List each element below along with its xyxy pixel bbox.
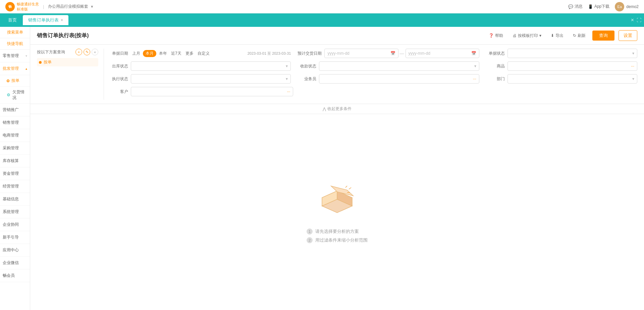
sidebar-search[interactable]: 搜索菜单 [0,27,30,38]
salesman-input[interactable]: ··· [319,74,479,84]
collapse-bar[interactable]: ⋀ 收起更多条件 [30,104,644,114]
scheme-add-icon[interactable]: + [75,49,82,55]
delivery-select[interactable]: ▾ [131,61,291,71]
sidebar-item-apps[interactable]: 应用中心 [0,244,30,257]
date-tab-custom[interactable]: 自定义 [196,50,211,57]
collection-select[interactable]: ▾ [319,61,479,71]
sidebar-quick-nav[interactable]: 快捷导航 [0,38,30,50]
department-dropdown-icon: ▾ [632,76,634,81]
window-expand-icon[interactable]: ⛶ [637,17,641,23]
tab-window-actions: × ⛶ [631,17,641,23]
sidebar-item-finance[interactable]: 资金管理 [0,167,30,180]
calendar-icon-end: 📅 [471,51,476,56]
goods-input[interactable]: ··· [507,61,637,71]
customer-more-icon[interactable]: ··· [287,89,290,94]
step-num-2: 2 [307,237,313,243]
refresh-button[interactable]: ↻ 刷新 [570,32,588,40]
execution-select[interactable]: ▾ [131,74,291,84]
sidebar-item-inventory[interactable]: 库存核算 [0,155,30,167]
sidebar-item-system[interactable]: 系统管理 [0,206,30,218]
collection-dropdown-icon: ▾ [474,64,476,68]
main-layout: 搜索菜单 快捷导航 零售管理 ▾ 批发管理 ▴ 按单 ⚙ 欠货情况 营销推广 销… [0,27,644,310]
sidebar-item-wholesale[interactable]: 批发管理 ▴ [0,62,30,75]
tab-home[interactable]: 首页 [3,15,22,25]
message-action[interactable]: 💬 消息 [568,4,583,9]
user-area[interactable]: Ea demo2 [615,2,639,11]
filter-area: 按以下方案查询 + ✎ « 按单 [30,45,644,104]
scheme-icons: + ✎ « [75,49,98,55]
status-select[interactable]: ▾ [507,49,637,58]
chevron-right-icon: ▾ [25,54,27,58]
export-icon: ⬇ [551,33,554,38]
tab-sales-order[interactable]: 销售订单执行表 × [23,15,68,25]
salesman-field-group: 业务员 ··· [298,74,479,84]
top-bar: 畅 畅捷通好生意 标准版 | 办公用品行业模拟账套 ▾ 💬 消息 📱 App下载… [0,0,644,13]
help-button[interactable]: ❓ 帮助 [486,32,506,40]
step-num-1: 1 [307,228,313,235]
filter-fields: 单据日期 上月 本月 本年 近7天 更多 自定义 2023-03-01 至 20… [104,49,637,100]
export-button[interactable]: ⬇ 导出 [548,32,566,40]
customer-input[interactable]: ··· [131,87,293,96]
department-label: 部门 [486,76,505,82]
date-tab-7days[interactable]: 近7天 [170,50,183,57]
scheme-item-按单[interactable]: 按单 [37,58,98,66]
setting-button[interactable]: 设置 [619,30,637,41]
sidebar-item-purchase[interactable]: 采购管理 [0,142,30,155]
scheme-edit-icon[interactable]: ✎ [84,49,90,55]
help-icon: ❓ [489,33,494,38]
window-close-icon[interactable]: × [631,17,634,23]
sidebar-item-basic[interactable]: 基础信息 [0,193,30,206]
tab-close-icon[interactable]: × [61,18,63,22]
sidebar-subitem-欠货[interactable]: ⚙ 欠货情况 [0,87,30,104]
sidebar-item-retail[interactable]: 零售管理 ▾ [0,50,30,62]
empty-step-2: 2 用过滤条件来缩小分析范围 [307,237,368,243]
scheme-title: 按以下方案查询 + ✎ « [37,49,98,55]
date-field-group: 单据日期 上月 本月 本年 近7天 更多 自定义 2023-03-01 至 20… [109,50,291,57]
forecast-date-end[interactable]: yyyy-mm-dd 📅 [406,49,479,58]
department-field-group: 部门 ▾ [486,74,637,84]
user-avatar: Ea [615,2,624,11]
date-tab-this-month[interactable]: 本月 [143,50,156,57]
filter-row-2: 出库状态 ▾ 收款状态 ▾ [109,61,637,71]
print-button[interactable]: 🖨 按模板打印 ▾ [510,32,544,40]
sidebar-subitem-按单[interactable]: 按单 [0,75,30,87]
date-tab-last-month[interactable]: 上月 [131,50,142,57]
forecast-date-range: yyyy-mm-dd 📅 — yyyy-mm-dd 📅 [324,49,479,58]
goods-field-group: 商品 ··· [486,61,637,71]
sidebar-item-operations[interactable]: 经营管理 [0,180,30,193]
sidebar-item-wechat[interactable]: 企业微信 [0,257,30,269]
app-download-icon: 📱 [588,4,593,9]
date-tab-this-year[interactable]: 本年 [158,50,168,57]
filter-row-4: 客户 ··· [109,87,637,96]
app-download-action[interactable]: 📱 App下载 [588,4,609,9]
execution-label: 执行状态 [109,76,128,82]
forecast-date-field-group: 预计交货日期 yyyy-mm-dd 📅 — yyyy-mm-dd 📅 [298,49,479,58]
sidebar-item-enterprise[interactable]: 企业协同 [0,218,30,231]
empty-state: 1 请先选择要分析的方案 2 用过滤条件来缩小分析范围 [30,114,644,310]
customer-label: 客户 [109,89,128,95]
sidebar-item-members[interactable]: 畅会员 [0,269,30,282]
print-dropdown-icon: ▾ [539,33,541,38]
app-title-dropdown-icon[interactable]: ▾ [91,4,93,9]
delivery-field-group: 出库状态 ▾ [109,61,291,71]
sidebar-item-marketing[interactable]: 营销推广 [0,104,30,116]
salesman-more-icon[interactable]: ··· [473,76,476,81]
sidebar-item-guide[interactable]: 新手引导 [0,231,30,244]
page-actions: ❓ 帮助 🖨 按模板打印 ▾ ⬇ 导出 ↻ 刷新 查询 设置 [486,30,637,41]
filter-layout: 按以下方案查询 + ✎ « 按单 [37,49,637,100]
logo-text: 畅捷通好生意 标准版 [17,2,39,11]
empty-step-1: 1 请先选择要分析的方案 [307,228,368,235]
customer-field-group: 客户 ··· [109,87,293,96]
goods-more-icon[interactable]: ··· [631,64,634,68]
query-button[interactable]: 查询 [592,31,614,41]
sidebar-item-ecommerce[interactable]: 电商管理 [0,129,30,142]
scheme-collapse-icon[interactable]: « [92,49,98,55]
chevron-up-icon: ▴ [25,67,27,70]
app-title: 办公用品行业模拟账套 [48,4,88,9]
logo-icon: 畅 [5,2,15,11]
department-select[interactable]: ▾ [507,74,637,84]
forecast-date-start[interactable]: yyyy-mm-dd 📅 [324,49,398,58]
sidebar-item-sales[interactable]: 销售管理 [0,116,30,129]
date-tab-more[interactable]: 更多 [184,50,195,57]
collection-label: 收款状态 [298,63,316,69]
